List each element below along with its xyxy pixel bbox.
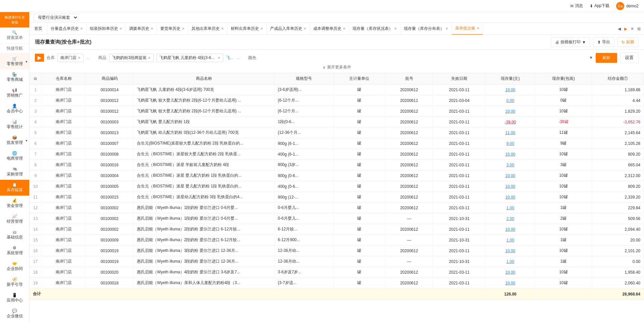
table-row: 13 南岸门店 00100002 惠氏启能（Wyeth illuma）1段奶粉 … — [30, 213, 644, 224]
logo[interactable]: 畅捷通好生意 标版 — [0, 12, 29, 28]
sidebar-item-enterprise[interactable]: 🤝企业协同 — [0, 259, 29, 274]
tab-cost-adjust[interactable]: 成本调整单历史✕ — [310, 23, 349, 35]
export-button[interactable]: ⬆ 导出 — [593, 37, 614, 47]
row-name: 飞鹤星飞帆 较大婴儿配方奶粉 2段(6-12个月婴幼儿适用) ... — [133, 106, 274, 117]
row-qty-main[interactable]: 10.00 — [486, 149, 535, 160]
setting-button[interactable]: 设置 — [620, 52, 639, 63]
tab-inv-dist-close[interactable]: ✕ — [445, 27, 448, 31]
row-qty-main[interactable]: 2.00 — [486, 213, 535, 224]
sidebar-item-basic[interactable]: 🗂基础信息 — [0, 227, 29, 243]
account-selector[interactable]: 母婴行业演示账套 — [34, 14, 78, 21]
row-amount: 2,105.28 — [592, 138, 644, 149]
tab-prev-arrow[interactable]: ◀ — [616, 26, 622, 32]
product-more[interactable]: 飞... — [226, 55, 233, 61]
row-qty-main[interactable]: 1.00 — [486, 235, 535, 246]
tab-close-all[interactable]: ✕ — [629, 26, 635, 32]
row-amount: 809.20 — [592, 149, 644, 160]
sidebar-item-member[interactable]: 👤会员中心 — [0, 101, 29, 117]
tab-batch-account[interactable]: 库存批次账✕ — [452, 23, 483, 35]
row-name: 合生元（BIOSTIME）派星 学龄前儿童配方奶粉 4段 — [133, 160, 274, 170]
tab-menu[interactable]: ⊞ — [636, 26, 642, 32]
tab-order-history[interactable]: 要货单历史✕ — [157, 23, 188, 35]
sidebar-item-marketing[interactable]: 📢营销推广 — [0, 85, 29, 101]
tab-other-out-history[interactable]: 其他出库单历史✕ — [188, 23, 227, 35]
sidebar-search[interactable]: 🔍 搜索菜单 — [0, 28, 29, 44]
tab-assemble-history[interactable]: 组装拆卸单历史✕ — [87, 23, 126, 35]
row-qty-main[interactable]: 10.00 — [486, 85, 535, 95]
row-qty-main[interactable]: 11.00 — [486, 127, 535, 138]
row-qty-main[interactable]: 1.00 — [486, 256, 535, 267]
warehouse-more[interactable]: … — [86, 55, 90, 60]
tab-material-out-close[interactable]: ✕ — [260, 27, 263, 31]
row-qty-main[interactable]: 10.00 — [486, 192, 535, 203]
sidebar-item-wholesale[interactable]: 📦批发管理 ▼ — [0, 132, 29, 148]
tab-cost-adjust-close[interactable]: ✕ — [343, 27, 345, 31]
query-button[interactable]: 刷新 — [596, 53, 617, 63]
tab-next-arrow[interactable]: ▶ — [623, 26, 629, 32]
row-qty-main[interactable]: 0.00 — [486, 95, 535, 106]
tab-transfer-history-close[interactable]: ✕ — [151, 27, 153, 31]
row-qty-main[interactable]: 10.00 — [486, 181, 535, 192]
tab-split-history-close[interactable]: ✕ — [80, 27, 83, 31]
row-qty-main[interactable]: 10.00 — [486, 224, 535, 235]
sidebar-item-purchase[interactable]: 🛍采购管理 — [0, 164, 29, 180]
messages-button[interactable]: ✉ 消息 — [570, 3, 583, 9]
row-qty-main[interactable]: 3.00 — [486, 160, 535, 170]
row-unit: 罐 — [333, 213, 385, 224]
quick-nav[interactable]: 快捷导航 — [0, 44, 29, 54]
warehouse-filter-tag[interactable]: 南岸门店 ✕ — [57, 54, 84, 62]
product-tag1-close[interactable]: ✕ — [148, 56, 151, 60]
row-seq: 17 — [30, 256, 42, 267]
sidebar-item-wechat[interactable]: 💬企业微信 — [0, 306, 29, 322]
row-qty-main[interactable]: 10.00 — [486, 106, 535, 117]
sidebar-item-operation[interactable]: 📈经营管理 — [0, 211, 29, 227]
row-qty-main[interactable]: 10.00 — [486, 267, 535, 278]
sidebar-item-inventory[interactable]: 📋库存核算 — [0, 180, 29, 196]
row-qty-main[interactable]: 10.00 — [486, 246, 535, 256]
row-qty-main[interactable]: 10.00 — [486, 170, 535, 181]
sidebar-item-guide[interactable]: 🧭新手引导 — [0, 274, 29, 290]
row-qty-main[interactable]: 1.00 — [486, 203, 535, 213]
filter-toggle-button[interactable]: ▶ — [35, 54, 44, 62]
tab-product-in[interactable]: 产成品入库单历史✕ — [267, 23, 310, 35]
sidebar-item-system[interactable]: ⚙系统管理 — [0, 243, 29, 259]
row-qty-main[interactable]: -39.00 — [486, 117, 535, 127]
sidebar-item-ecommerce[interactable]: 🌐电商管理 — [0, 148, 29, 164]
sidebar-item-store[interactable]: 🏪零售商城 — [0, 69, 29, 85]
tab-inventory-status[interactable]: 现存量（库存状况表）✕ — [349, 23, 400, 35]
color-dropdown-arrow[interactable]: ▼ — [589, 55, 593, 60]
row-qty-main[interactable]: 9.00 — [486, 138, 535, 149]
tab-split-history[interactable]: 分量盘点单历史✕ — [47, 23, 87, 35]
sidebar-item-finance[interactable]: 💰资金管理 — [0, 196, 29, 211]
refresh-button[interactable]: ↻ 刷新 — [617, 37, 639, 47]
tab-product-in-close[interactable]: ✕ — [304, 27, 306, 31]
product-ellipsis[interactable]: … — [236, 55, 240, 60]
tab-order-history-close[interactable]: ✕ — [182, 27, 184, 31]
row-spec: (12-36个月... — [274, 127, 333, 138]
row-expire: 2021-03-11 — [433, 246, 486, 256]
sidebar-item-retail-stats[interactable]: 📊零售统计 — [0, 117, 29, 132]
table-row: 8 南岸门店 00100016 合生元（BIOSTIME）派星 学龄前儿童配方奶… — [30, 160, 644, 170]
tab-other-out-close[interactable]: ✕ — [221, 27, 224, 31]
row-amount: 2,145.64 — [592, 127, 644, 138]
tab-assemble-history-close[interactable]: ✕ — [119, 27, 122, 31]
tab-inventory-dist[interactable]: 现存量（库存分布表）✕ — [400, 23, 452, 35]
tab-batch-close[interactable]: ✕ — [477, 26, 479, 30]
expand-more-button[interactable]: ∨ 展开更多条件 — [35, 63, 639, 71]
col-setting[interactable]: ⚙ — [30, 73, 42, 85]
tab-material-out[interactable]: 材料出库单历史✕ — [227, 23, 267, 35]
sidebar-item-retail[interactable]: 🛒 零售管理 ▼ — [0, 54, 29, 69]
template-print-button[interactable]: 🖨 按模板打印 ▼ — [551, 37, 590, 47]
tab-home[interactable]: 首页 — [30, 23, 47, 35]
warehouse-tag-close[interactable]: ✕ — [78, 56, 80, 60]
sidebar-item-apps[interactable]: 📱应用中心 — [0, 290, 29, 306]
row-qty-main[interactable]: 10.00 — [486, 278, 535, 288]
tab-inv-status-close[interactable]: ✕ — [394, 27, 397, 31]
row-seq: 18 — [30, 267, 42, 278]
product-tag2-close[interactable]: ✕ — [218, 56, 220, 60]
product-tag1[interactable]: 飞鹤奶粉3段两提装 ✕ — [109, 54, 154, 62]
user-menu[interactable]: Ea demo2 — [616, 2, 639, 10]
tab-transfer-history[interactable]: 调拨单历史✕ — [126, 23, 157, 35]
product-tag2[interactable]: 飞鹤星飞帆 儿童奶粉 4段(3-6岁适用) 700克 ✕ — [156, 54, 223, 62]
app-download-button[interactable]: ⬇ App下载 — [590, 3, 609, 9]
